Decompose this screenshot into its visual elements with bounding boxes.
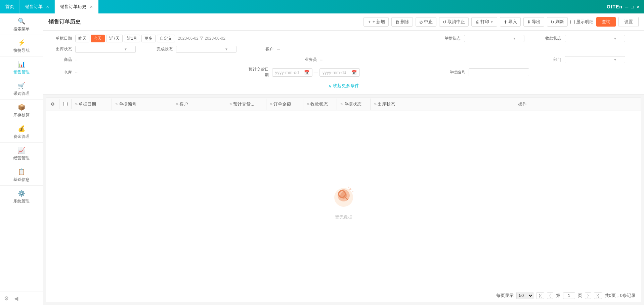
complete-status-arrow-icon: ▼ bbox=[225, 47, 228, 51]
stop-button[interactable]: ⊘ 中止 bbox=[416, 17, 436, 27]
sidebar-item-purchase-mgmt[interactable]: 🛒 采购管理 bbox=[0, 78, 43, 100]
quick-nav-icon: ⚡ bbox=[18, 39, 25, 46]
sidebar-item-purchase-mgmt-label: 采购管理 bbox=[13, 91, 30, 97]
order-status-select[interactable]: ▼ bbox=[464, 35, 524, 42]
window-maximize-icon[interactable]: □ bbox=[631, 4, 634, 9]
department-select[interactable]: ▼ bbox=[565, 56, 625, 63]
th-delivery-label: 预计交货... bbox=[233, 101, 254, 107]
display-detail-label: 显示明细 bbox=[576, 19, 594, 25]
sidebar-item-base-info[interactable]: 📋 基础信息 bbox=[0, 164, 43, 186]
th-delivery[interactable]: ⇅ 预计交货... bbox=[226, 99, 266, 110]
window-minimize-icon[interactable]: ─ bbox=[625, 4, 628, 9]
print-button[interactable]: 🖨 打印 ▼ bbox=[471, 17, 497, 27]
date-btn-today[interactable]: 今天 bbox=[91, 35, 105, 42]
order-status-label: 单据状态 bbox=[437, 36, 464, 41]
th-op: 操作 bbox=[404, 99, 641, 110]
refresh-button[interactable]: ↻ 刷新 bbox=[547, 17, 568, 27]
empty-text: 暂无数据 bbox=[335, 214, 352, 220]
product-more-link[interactable]: ··· bbox=[75, 58, 79, 62]
search-menu-icon: 🔍 bbox=[18, 17, 25, 25]
select-all-checkbox[interactable] bbox=[63, 102, 68, 106]
th-customer[interactable]: ⇅ 客户 bbox=[172, 99, 226, 110]
sales-person-more-link[interactable]: ··· bbox=[320, 58, 324, 62]
product-control: ··· bbox=[75, 58, 293, 62]
customer-more-link[interactable]: ··· bbox=[277, 47, 280, 52]
th-customer-label: 客户 bbox=[179, 101, 188, 107]
th-payment[interactable]: ⇅ 收款状态 bbox=[303, 99, 337, 110]
date-btn-custom[interactable]: 自定义 bbox=[157, 35, 175, 42]
sales-person-control: ··· bbox=[320, 58, 538, 62]
last-page-button[interactable]: ⟩⟩ bbox=[594, 292, 602, 299]
delivery-date-from[interactable]: yyyy-mm-dd 📅 bbox=[272, 68, 312, 77]
refresh-label: 刷新 bbox=[555, 19, 564, 25]
th-status[interactable]: ⇅ 单据状态 bbox=[337, 99, 371, 110]
th-no[interactable]: ⇅ 单据编号 bbox=[112, 99, 172, 110]
cancel-stop-icon: ↺ bbox=[443, 20, 446, 25]
out-status-select[interactable]: ▼ bbox=[75, 46, 136, 53]
collapse-label: 收起更多条件 bbox=[333, 83, 359, 89]
sort-icon-customer: ⇅ bbox=[176, 102, 178, 106]
export-button[interactable]: ⬇ 导出 bbox=[523, 17, 544, 27]
print-arrow-icon: ▼ bbox=[490, 20, 493, 24]
tab-sales-order-history-close[interactable]: ✕ bbox=[90, 5, 93, 9]
sidebar-item-quick-nav[interactable]: ⚡ 快捷导航 bbox=[0, 35, 43, 56]
date-btn-yesterday[interactable]: 昨天 bbox=[75, 35, 89, 42]
th-amount[interactable]: ⇅ 订单金额 bbox=[266, 99, 303, 110]
prev-page-button[interactable]: ⟨ bbox=[547, 292, 553, 299]
th-gear[interactable]: ⚙ bbox=[46, 99, 59, 109]
sidebar-item-inventory[interactable]: 📦 库存核算 bbox=[0, 100, 43, 121]
filter-area: 单据日期 昨天 今天 近7天 近1月 更多 自定义 2023-06-02 至 2… bbox=[43, 31, 644, 94]
th-check[interactable] bbox=[59, 99, 72, 109]
sort-icon-status: ⇅ bbox=[340, 102, 343, 106]
department-label: 部门 bbox=[538, 57, 565, 63]
warehouse-more-link[interactable]: ··· bbox=[75, 70, 79, 75]
date-range-text: 2023-06-02 至 2023-06-02 bbox=[178, 36, 225, 41]
date-btn-7days[interactable]: 近7天 bbox=[106, 35, 123, 42]
payment-status-select[interactable]: ▼ bbox=[565, 35, 625, 42]
tab-sales-order[interactable]: 销售订单 ✕ bbox=[20, 0, 55, 13]
out-status-arrow-icon: ▼ bbox=[124, 47, 127, 51]
sidebar-item-search-menu[interactable]: 🔍 搜索菜单 bbox=[0, 13, 43, 35]
collapse-link[interactable]: ∧ 收起更多条件 bbox=[48, 81, 639, 90]
svg-point-5 bbox=[349, 188, 351, 190]
purchase-mgmt-icon: 🛒 bbox=[18, 82, 25, 89]
query-button[interactable]: 查询 bbox=[596, 17, 616, 27]
department-arrow-icon: ▼ bbox=[613, 58, 617, 62]
sidebar-item-sys-mgmt[interactable]: ⚙️ 系统管理 bbox=[0, 186, 43, 207]
next-page-button[interactable]: ⟩ bbox=[585, 292, 591, 299]
sidebar-item-finance[interactable]: 💰 资金管理 bbox=[0, 121, 43, 143]
sidebar-item-sales-mgmt[interactable]: 📊 销售管理 bbox=[0, 56, 43, 78]
order-no-input[interactable] bbox=[469, 68, 529, 76]
first-page-button[interactable]: ⟨⟨ bbox=[536, 292, 544, 299]
delivery-date-to[interactable]: yyyy-mm-dd 📅 bbox=[319, 68, 360, 77]
empty-state: 暂无数据 bbox=[46, 111, 641, 289]
new-button[interactable]: ＋ + 新增 bbox=[363, 17, 389, 27]
page-input[interactable] bbox=[563, 292, 575, 299]
tab-sales-order-close[interactable]: ✕ bbox=[46, 5, 49, 9]
content-area: 销售订单历史 ＋ + 新增 🗑 删除 ⊘ 中止 ↺ 取消中止 bbox=[43, 13, 644, 305]
delete-button[interactable]: 🗑 删除 bbox=[391, 17, 413, 27]
th-out[interactable]: ⇅ 出库状态 bbox=[371, 99, 404, 110]
import-button[interactable]: ⬆ 导入 bbox=[500, 17, 521, 27]
complete-status-select[interactable]: ▼ bbox=[176, 46, 237, 53]
date-btn-1month[interactable]: 近1月 bbox=[124, 35, 140, 42]
display-detail-checkbox[interactable] bbox=[570, 20, 575, 24]
sidebar-settings-icon[interactable]: ⚙ bbox=[4, 295, 9, 302]
svg-point-6 bbox=[352, 191, 353, 192]
tab-home[interactable]: 首页 bbox=[0, 0, 20, 13]
sidebar-item-operations[interactable]: 📈 经营管理 bbox=[0, 143, 43, 164]
tab-sales-order-history[interactable]: 销售订单历史 ✕ bbox=[55, 0, 98, 13]
window-close-icon[interactable]: ✕ bbox=[636, 4, 640, 9]
sidebar-collapse-icon[interactable]: ◀ bbox=[14, 295, 18, 302]
filter-row-2: 出库状态 ▼ 完成状态 ▼ 客户 ··· bbox=[48, 46, 639, 53]
stop-icon: ⊘ bbox=[419, 20, 423, 25]
tab-sales-order-label: 销售订单 bbox=[25, 4, 43, 10]
setting-button[interactable]: 设置 bbox=[618, 17, 639, 27]
sales-person-label: 业务员 bbox=[293, 57, 320, 63]
cancel-stop-button[interactable]: ↺ 取消中止 bbox=[439, 17, 469, 27]
th-date[interactable]: ⇅ 单据日期 bbox=[72, 99, 112, 110]
sort-icon-date: ⇅ bbox=[75, 102, 78, 106]
date-btn-more[interactable]: 更多 bbox=[141, 35, 156, 42]
delete-icon: 🗑 bbox=[395, 20, 399, 25]
page-size-select[interactable]: 50 10 20 100 bbox=[516, 292, 533, 299]
